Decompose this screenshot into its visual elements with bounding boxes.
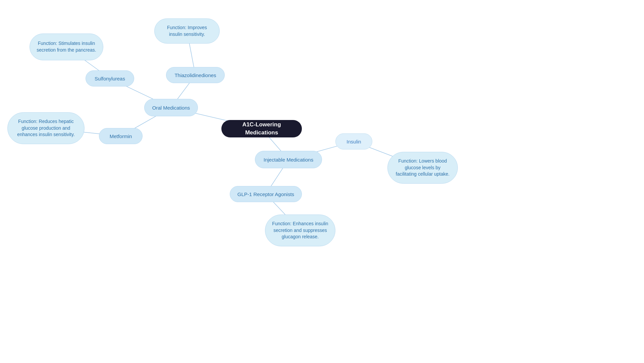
injectable-medications-node[interactable]: Injectable Medications <box>255 151 322 168</box>
thiazolidinediones-label: Thiazolidinediones <box>174 72 216 79</box>
func-improves-insulin-label: Function: Improves insulin sensitivity. <box>161 24 213 38</box>
func-reduces-node: Function: Reduces hepatic glucose produc… <box>7 112 85 144</box>
func-enhances-node: Function: Enhances insulin secretion and… <box>265 215 335 246</box>
insulin-node[interactable]: Insulin <box>335 133 372 149</box>
center-node[interactable]: A1C-Lowering Medications <box>221 120 302 137</box>
func-reduces-label: Function: Reduces hepatic glucose produc… <box>14 118 77 138</box>
sulfonylureas-node[interactable]: Sulfonylureas <box>86 70 134 86</box>
glp1-label: GLP-1 Receptor Agonists <box>237 191 294 198</box>
metformin-node[interactable]: Metformin <box>99 128 143 144</box>
oral-medications-node[interactable]: Oral Medications <box>144 99 198 116</box>
func-enhances-label: Function: Enhances insulin secretion and… <box>272 221 328 240</box>
func-lowers-label: Function: Lowers blood glucose levels by… <box>394 158 451 178</box>
center-label: A1C-Lowering Medications <box>228 121 295 137</box>
thiazolidinediones-node[interactable]: Thiazolidinediones <box>166 67 225 83</box>
func-stimulates-label: Function: Stimulates insulin secretion f… <box>37 40 96 53</box>
injectable-medications-label: Injectable Medications <box>264 156 313 163</box>
glp1-node[interactable]: GLP-1 Receptor Agonists <box>230 186 302 202</box>
metformin-label: Metformin <box>110 133 132 140</box>
oral-medications-label: Oral Medications <box>152 104 190 111</box>
mind-map-canvas: A1C-Lowering Medications Oral Medication… <box>0 0 644 363</box>
func-improves-insulin-node: Function: Improves insulin sensitivity. <box>154 18 220 44</box>
insulin-label: Insulin <box>346 138 361 145</box>
sulfonylureas-label: Sulfonylureas <box>95 75 125 82</box>
func-lowers-node: Function: Lowers blood glucose levels by… <box>387 152 458 184</box>
func-stimulates-node: Function: Stimulates insulin secretion f… <box>30 34 103 60</box>
